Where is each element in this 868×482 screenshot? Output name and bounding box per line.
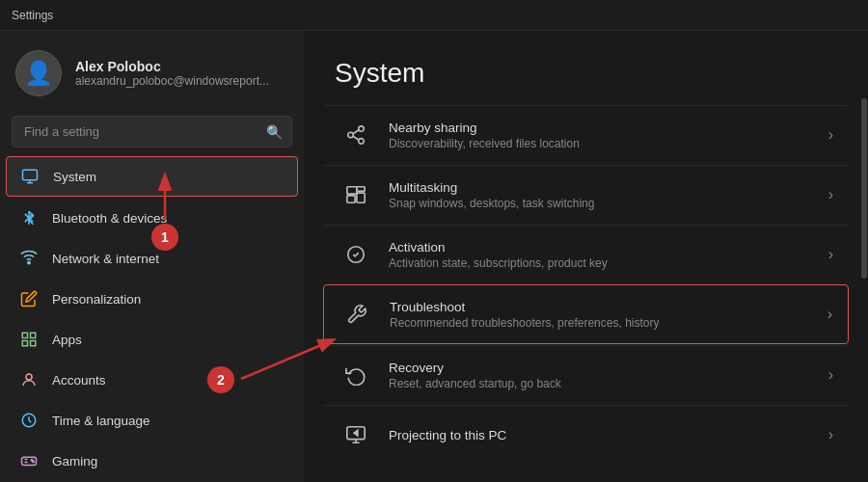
- user-info: Alex Poloboc alexandru_poloboc@windowsre…: [75, 59, 269, 88]
- settings-item-projecting[interactable]: Projecting to this PC ›: [323, 405, 849, 464]
- time-icon: [19, 411, 39, 430]
- svg-rect-3: [22, 333, 27, 337]
- svg-rect-21: [357, 187, 365, 192]
- sidebar-label-accounts: Accounts: [52, 373, 106, 388]
- recovery-text: Recovery Reset, advanced startup, go bac…: [389, 361, 828, 390]
- search-box[interactable]: 🔍: [12, 116, 292, 147]
- page-title: System: [335, 58, 837, 89]
- gaming-icon: [19, 451, 39, 470]
- svg-rect-5: [22, 341, 27, 346]
- nearby-sharing-icon: [339, 118, 373, 152]
- chevron-icon: ›: [828, 246, 833, 263]
- content-header: System: [304, 31, 868, 104]
- svg-point-2: [28, 261, 30, 263]
- sidebar-label-apps: Apps: [52, 333, 82, 347]
- sidebar-item-network[interactable]: Network & internet: [6, 239, 298, 278]
- nearby-sharing-text: Nearby sharing Discoverability, received…: [389, 120, 828, 150]
- settings-item-multitasking[interactable]: Multitasking Snap windows, desktops, tas…: [323, 165, 849, 224]
- sidebar-item-personalization[interactable]: Personalization: [6, 280, 298, 318]
- svg-rect-6: [31, 341, 36, 346]
- activation-icon: [339, 237, 373, 272]
- svg-point-17: [359, 139, 365, 145]
- svg-point-16: [348, 132, 354, 138]
- multitasking-icon: [339, 177, 373, 212]
- multitasking-title: Multitasking: [389, 180, 828, 195]
- recovery-title: Recovery: [389, 361, 828, 375]
- troubleshoot-text: Troubleshoot Recommended troubleshooters…: [390, 300, 827, 330]
- svg-point-14: [33, 461, 35, 463]
- sidebar-item-system[interactable]: System: [6, 156, 298, 197]
- activation-title: Activation: [389, 240, 828, 254]
- settings-item-recovery[interactable]: Recovery Reset, advanced startup, go bac…: [323, 345, 849, 404]
- sidebar-label-bluetooth: Bluetooth & devices: [52, 211, 167, 226]
- system-icon: [20, 167, 40, 186]
- user-profile[interactable]: 👤 Alex Poloboc alexandru_poloboc@windows…: [0, 31, 304, 112]
- sidebar-label-time: Time & language: [52, 414, 150, 428]
- window-title: Settings: [12, 9, 53, 22]
- nearby-sharing-desc: Discoverability, received files location: [389, 137, 828, 150]
- sidebar-label-system: System: [53, 170, 96, 184]
- troubleshoot-title: Troubleshoot: [390, 300, 827, 314]
- svg-rect-23: [357, 193, 365, 202]
- sidebar-item-gaming[interactable]: Gaming: [6, 442, 298, 480]
- chevron-icon: ›: [828, 186, 833, 203]
- projecting-text: Projecting to this PC: [389, 428, 828, 442]
- nearby-sharing-title: Nearby sharing: [389, 120, 828, 135]
- svg-point-15: [359, 126, 365, 132]
- chevron-icon: ›: [828, 366, 833, 384]
- sidebar-item-accounts[interactable]: Accounts: [6, 361, 298, 399]
- chevron-icon: ›: [828, 126, 833, 144]
- activation-desc: Activation state, subscriptions, product…: [389, 256, 828, 270]
- multitasking-text: Multitasking Snap windows, desktops, tas…: [389, 180, 828, 210]
- projecting-title: Projecting to this PC: [389, 428, 828, 442]
- user-name: Alex Poloboc: [75, 59, 269, 74]
- troubleshoot-icon: [339, 297, 374, 332]
- multitasking-desc: Snap windows, desktops, task switching: [389, 197, 828, 210]
- search-icon: 🔍: [266, 124, 283, 140]
- svg-line-19: [353, 136, 359, 140]
- sidebar: 👤 Alex Poloboc alexandru_poloboc@windows…: [0, 31, 304, 482]
- chevron-icon: ›: [828, 426, 833, 443]
- user-icon: 👤: [24, 60, 53, 87]
- search-input[interactable]: [12, 116, 292, 147]
- recovery-icon: [339, 358, 373, 392]
- sidebar-label-network: Network & internet: [52, 252, 159, 266]
- scrollbar-thumb[interactable]: [861, 98, 867, 279]
- settings-item-troubleshoot[interactable]: Troubleshoot Recommended troubleshooters…: [323, 284, 849, 344]
- settings-item-nearby-sharing[interactable]: Nearby sharing Discoverability, received…: [323, 105, 849, 164]
- projecting-icon: [339, 417, 373, 452]
- settings-list: Nearby sharing Discoverability, received…: [304, 105, 868, 464]
- svg-rect-22: [347, 196, 355, 202]
- settings-item-activation[interactable]: Activation Activation state, subscriptio…: [323, 225, 849, 283]
- activation-text: Activation Activation state, subscriptio…: [389, 240, 828, 270]
- svg-rect-4: [31, 333, 36, 337]
- user-email: alexandru_poloboc@windowsreport...: [75, 74, 269, 88]
- svg-line-18: [353, 130, 359, 134]
- accounts-icon: [19, 370, 39, 389]
- troubleshoot-desc: Recommended troubleshooters, preferences…: [390, 316, 827, 330]
- sidebar-item-apps[interactable]: Apps: [6, 320, 298, 359]
- sidebar-label-gaming: Gaming: [52, 454, 97, 469]
- bluetooth-icon: [19, 208, 39, 228]
- personalization-icon: [19, 289, 39, 308]
- apps-icon: [19, 330, 39, 349]
- chevron-icon: ›: [827, 306, 832, 323]
- recovery-desc: Reset, advanced startup, go back: [389, 377, 828, 390]
- svg-rect-0: [23, 170, 38, 180]
- scrollbar-track: [860, 31, 868, 482]
- content-area: System Nearby sharing Discoverability, r…: [304, 31, 868, 482]
- svg-point-7: [26, 374, 32, 380]
- avatar: 👤: [15, 50, 62, 96]
- sidebar-item-time[interactable]: Time & language: [6, 401, 298, 440]
- network-icon: [19, 249, 39, 268]
- sidebar-item-bluetooth[interactable]: Bluetooth & devices: [6, 199, 298, 237]
- svg-rect-20: [347, 187, 357, 194]
- sidebar-label-personalization: Personalization: [52, 292, 141, 307]
